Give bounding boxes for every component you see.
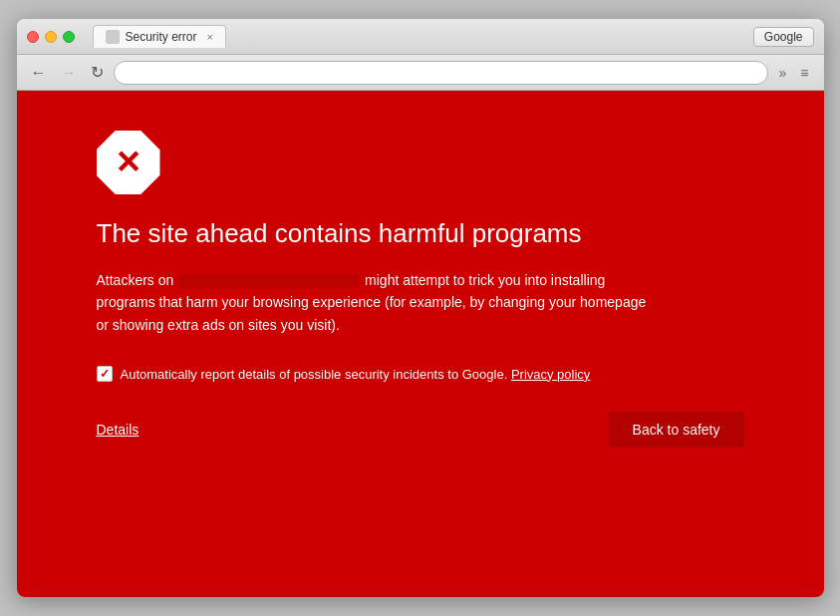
auto-report-label: Automatically report details of possible…	[121, 367, 591, 382]
error-page: ✕ The site ahead contains harmful progra…	[17, 91, 824, 597]
tab-title: Security error	[126, 30, 197, 44]
tab-bar: Security error ×	[93, 25, 745, 48]
redacted-url	[179, 274, 359, 288]
nav-extras: » ≡	[774, 63, 814, 83]
forward-button[interactable]: →	[57, 62, 81, 84]
minimize-traffic-light[interactable]	[45, 31, 57, 43]
browser-tab[interactable]: Security error ×	[93, 25, 226, 48]
google-button[interactable]: Google	[753, 27, 814, 47]
checkmark-icon: ✓	[100, 368, 110, 380]
auto-report-row: ✓ Automatically report details of possib…	[97, 366, 744, 382]
tab-favicon-icon	[106, 30, 120, 44]
reload-button[interactable]: ↻	[87, 61, 108, 84]
auto-report-checkbox[interactable]: ✓	[97, 366, 113, 382]
maximize-traffic-light[interactable]	[63, 31, 75, 43]
octagon-shape: ✕	[97, 131, 160, 194]
details-button[interactable]: Details	[97, 422, 140, 438]
action-row: Details Back to safety	[97, 412, 744, 448]
error-title: The site ahead contains harmful programs	[97, 218, 744, 249]
back-button[interactable]: ←	[27, 62, 51, 84]
checkbox-text: Automatically report details of possible…	[121, 367, 508, 382]
error-description: Attackers on might attempt to trick you …	[97, 269, 655, 336]
tab-close-button[interactable]: ×	[207, 31, 213, 43]
nav-bar: ← → ↻ » ≡	[17, 55, 824, 91]
address-bar[interactable]	[114, 61, 768, 85]
browser-window: Security error × Google ← → ↻ » ≡ ✕ The …	[17, 19, 824, 597]
error-icon-container: ✕	[97, 131, 160, 194]
nav-extras-button[interactable]: »	[774, 63, 792, 83]
traffic-lights	[27, 31, 75, 43]
description-before: Attackers on	[97, 272, 178, 288]
close-traffic-light[interactable]	[27, 31, 39, 43]
nav-menu-button[interactable]: ≡	[795, 63, 813, 83]
title-bar: Security error × Google	[17, 19, 824, 55]
privacy-policy-link[interactable]: Privacy policy	[511, 367, 590, 382]
back-to-safety-button[interactable]: Back to safety	[609, 412, 744, 448]
x-icon: ✕	[115, 147, 141, 178]
